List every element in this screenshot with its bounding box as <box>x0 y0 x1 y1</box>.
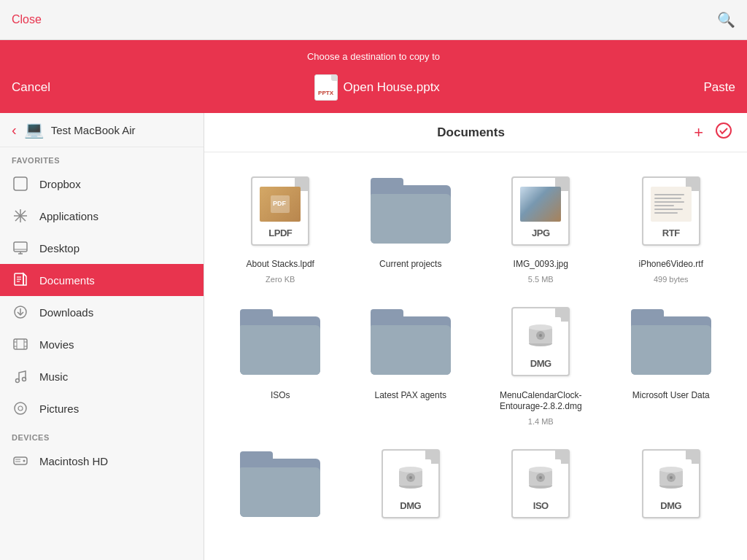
folder-icon <box>240 451 320 517</box>
downloads-icon <box>12 303 29 321</box>
device-row: ‹ 💻 Test MacBook Air <box>0 113 204 147</box>
pictures-icon <box>12 400 29 417</box>
file-item[interactable]: DMG <box>610 440 733 532</box>
svg-point-24 <box>16 379 20 383</box>
folder-icon <box>371 309 451 375</box>
file-item[interactable]: DMG MenuCalendarClock-Entourage-2.8.2.dm… <box>479 298 603 426</box>
file-item[interactable]: Latest PAX agents <box>349 298 473 426</box>
svg-rect-17 <box>14 339 27 349</box>
svg-point-42 <box>399 467 422 472</box>
applications-icon <box>12 207 29 225</box>
sidebar-item-music[interactable]: Music <box>0 360 204 392</box>
file-item[interactable]: JPG IMG_0093.jpg 5.5 MB <box>479 167 603 284</box>
file-size: Zero KB <box>266 275 295 284</box>
file-item[interactable]: ISO <box>479 440 603 532</box>
rtf-file-icon: RTF <box>642 176 700 246</box>
folder-icon <box>631 309 711 375</box>
desktop-icon <box>12 239 29 257</box>
file-name: Latest PAX agents <box>374 390 446 402</box>
file-info: PPTX Open House.pptx <box>314 74 440 101</box>
svg-point-52 <box>659 467 683 472</box>
sidebar-item-pictures[interactable]: Pictures <box>0 392 204 424</box>
file-grid: PDF LPDF About Stacks.lpdf Zero KB <box>204 152 747 560</box>
file-item[interactable]: DMG <box>349 440 473 532</box>
file-area-header: Documents + <box>204 113 747 152</box>
favorites-label: FAVORITES <box>0 147 204 168</box>
sidebar: ‹ 💻 Test MacBook Air FAVORITES Dropbox <box>0 113 204 560</box>
back-button[interactable]: ‹ <box>12 122 17 139</box>
paste-button[interactable]: Paste <box>704 80 735 95</box>
lpdf-file-icon: PDF LPDF <box>251 176 309 246</box>
hd-icon <box>12 452 29 470</box>
sidebar-item-movies[interactable]: Movies <box>0 328 204 360</box>
sidebar-item-label: Downloads <box>39 306 93 319</box>
file-name: Current projects <box>379 259 441 271</box>
copy-bar: Choose a destination to copy to Cancel P… <box>0 40 747 113</box>
file-name: ISOs <box>271 390 290 402</box>
svg-point-32 <box>716 123 731 138</box>
copy-filename: Open House.pptx <box>344 80 440 95</box>
file-item[interactable]: ISOs <box>219 298 342 426</box>
search-icon[interactable]: 🔍 <box>717 11 735 28</box>
sidebar-item-label: Applications <box>39 210 98 222</box>
svg-point-54 <box>670 476 673 479</box>
dmg-file-icon: DMG <box>382 449 440 518</box>
sidebar-item-label: Movies <box>39 338 74 351</box>
sidebar-item-documents[interactable]: Documents <box>0 264 204 296</box>
device-name: Test MacBook Air <box>51 124 136 136</box>
sidebar-item-label: Pictures <box>39 402 79 415</box>
sidebar-item-label: Documents <box>39 274 95 287</box>
file-item[interactable]: Microsoft User Data <box>610 298 733 426</box>
cancel-button[interactable]: Cancel <box>12 80 50 95</box>
main-area: ‹ 💻 Test MacBook Air FAVORITES Dropbox <box>0 113 747 560</box>
close-button[interactable]: Close <box>12 13 42 26</box>
add-folder-button[interactable]: + <box>694 123 703 142</box>
top-bar: Close 🔍 <box>0 0 747 40</box>
svg-rect-5 <box>14 242 27 252</box>
iso-file-icon: ISO <box>511 449 570 518</box>
svg-point-27 <box>18 406 23 411</box>
dropbox-icon <box>12 175 29 192</box>
svg-point-39 <box>539 334 542 337</box>
file-size: 5.5 MB <box>528 275 554 284</box>
svg-rect-0 <box>14 177 27 190</box>
header-actions: + <box>694 122 732 143</box>
file-item[interactable] <box>219 440 342 532</box>
file-size: 1.4 MB <box>528 417 554 426</box>
dmg-file-icon: DMG <box>642 449 700 518</box>
sidebar-item-macintosh-hd[interactable]: Macintosh HD <box>0 445 204 477</box>
sidebar-item-label: Music <box>39 370 68 383</box>
movies-icon <box>12 335 29 353</box>
file-item[interactable]: Current projects <box>349 167 473 284</box>
file-name: About Stacks.lpdf <box>247 259 314 271</box>
svg-point-25 <box>23 378 26 381</box>
sidebar-item-dropbox[interactable]: Dropbox <box>0 168 204 200</box>
svg-point-49 <box>539 476 542 479</box>
file-size: 499 bytes <box>654 275 689 284</box>
sidebar-item-desktop[interactable]: Desktop <box>0 232 204 264</box>
documents-icon <box>12 271 29 289</box>
file-item[interactable]: RTF iPhone6Video.rtf 499 bytes <box>610 167 733 284</box>
file-name: IMG_0093.jpg <box>514 259 568 271</box>
file-type-icon: PPTX <box>314 74 338 101</box>
sidebar-item-label: Dropbox <box>39 178 81 190</box>
folder-icon <box>240 309 320 375</box>
sidebar-item-label: Desktop <box>39 242 80 254</box>
sidebar-item-applications[interactable]: Applications <box>0 200 204 232</box>
svg-point-26 <box>15 402 26 414</box>
file-name: iPhone6Video.rtf <box>638 259 703 271</box>
jpg-file-icon: JPG <box>511 176 570 246</box>
devices-label: DEVICES <box>0 424 204 445</box>
device-icon: 💻 <box>24 120 44 139</box>
dmg-file-icon: DMG <box>511 307 570 376</box>
svg-point-47 <box>529 467 552 472</box>
file-name: Microsoft User Data <box>632 390 710 402</box>
sidebar-item-downloads[interactable]: Downloads <box>0 296 204 328</box>
file-name: MenuCalendarClock-Entourage-2.8.2.dmg <box>497 390 584 413</box>
confirm-button[interactable] <box>715 122 732 143</box>
music-icon <box>12 368 29 385</box>
file-item[interactable]: PDF LPDF About Stacks.lpdf Zero KB <box>219 167 342 284</box>
svg-point-44 <box>409 476 412 479</box>
folder-icon <box>371 178 451 244</box>
svg-point-29 <box>23 460 26 462</box>
